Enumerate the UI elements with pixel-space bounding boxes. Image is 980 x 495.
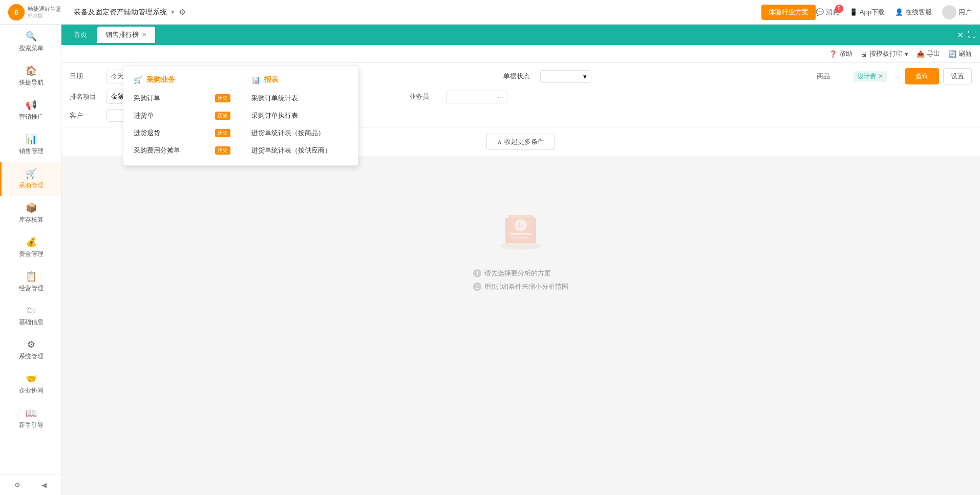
print-btn[interactable]: 🖨 按模板打印 ▾	[861, 49, 908, 58]
tab-close-window-icon[interactable]: ✕	[957, 30, 964, 40]
incoming-by-supplier-item[interactable]: 进货单统计表（按供应商）	[241, 142, 358, 159]
tab-close-icon[interactable]: ✕	[142, 31, 147, 38]
purchase-dropdown-menu: 🛒 采购业务 采购订单 历史 进货单 历史 进货退货 历史	[123, 66, 358, 166]
purchase-order-history-badge: 历史	[215, 94, 230, 102]
help-btn[interactable]: ❓ 帮助	[829, 49, 853, 58]
incoming-order-item[interactable]: 进货单 历史	[123, 107, 241, 124]
salesman-more-icon: ···	[497, 93, 503, 101]
collapse-button[interactable]: ∧ 收起更多条件	[486, 134, 555, 150]
action-buttons: 查询 设置	[905, 68, 972, 84]
rank-label: 排名项目	[70, 92, 100, 101]
empty-illustration: !	[490, 197, 551, 259]
setting-button[interactable]: 设置	[943, 68, 972, 84]
app-download-item[interactable]: 📱 App下载	[849, 8, 885, 17]
sidebar-item-quick-nav[interactable]: 🏠 快捷导航	[0, 59, 61, 93]
sidebar-item-inventory[interactable]: 📦 库存核算	[0, 196, 61, 230]
sidebar-collapse-icon[interactable]: ◀	[41, 481, 47, 489]
sidebar-item-search[interactable]: 🔍 搜索菜单	[0, 25, 61, 59]
inventory-icon: 📦	[26, 202, 37, 213]
tip-num-2: 2	[473, 283, 481, 291]
tab-sales-rank[interactable]: 销售排行榜 ✕	[97, 27, 155, 43]
system-icon: ⚙	[27, 339, 35, 350]
sidebar-item-basic[interactable]: 🗂 基础信息	[0, 299, 61, 333]
main-layout: 🔍 搜索菜单 🏠 快捷导航 📢 营销推广 📊 销售管理 🛒 采购管理 📦 库存核…	[0, 25, 980, 495]
svg-text:!: !	[518, 221, 520, 229]
notification-badge: 5	[835, 5, 843, 13]
tab-bar: 首页 销售排行榜 ✕ ✕ ⛶	[61, 25, 980, 45]
sidebar-settings-icon[interactable]: ⚙	[14, 481, 20, 489]
print-dropdown-icon: ▾	[905, 50, 908, 58]
notification-item[interactable]: 💬 消息 5	[816, 8, 839, 17]
goods-more-icon[interactable]: ···	[893, 73, 899, 80]
purchase-col: 🛒 采购业务 采购订单 历史 进货单 历史 进货退货 历史	[123, 66, 241, 165]
industry-button[interactable]: 体验行业方案	[761, 5, 816, 20]
doc-status-select[interactable]: ▾	[540, 70, 591, 83]
refresh-icon: 🔄	[948, 50, 956, 58]
svg-text:6: 6	[14, 8, 18, 16]
avatar	[942, 5, 956, 19]
sales-icon: 📊	[26, 134, 37, 145]
sidebar-item-marketing[interactable]: 📢 营销推广	[0, 93, 61, 127]
purchase-order-exec-item[interactable]: 采购订单执行表	[241, 107, 358, 124]
logo-icon: 6	[8, 4, 25, 20]
empty-tip-2: 2 用[过滤]条件来缩小分析范围	[473, 280, 568, 293]
home-icon: 🏠	[26, 65, 37, 76]
purchase-order-item[interactable]: 采购订单 历史	[123, 90, 241, 107]
operation-icon: 📋	[26, 271, 37, 282]
user-item[interactable]: 用户	[942, 5, 972, 19]
service-icon: 👤	[895, 8, 903, 16]
online-service-item[interactable]: 👤 在线客服	[895, 8, 932, 17]
query-button[interactable]: 查询	[905, 68, 939, 84]
salesman-label: 业务员	[409, 92, 440, 101]
sidebar-item-operation[interactable]: 📋 经营管理	[0, 265, 61, 299]
purchase-expense-history-badge: 历史	[215, 146, 230, 155]
settings-icon[interactable]: ⚙	[179, 7, 186, 17]
message-icon: 💬	[816, 8, 824, 16]
phone-icon: 📱	[849, 8, 858, 16]
finance-icon: 💰	[26, 236, 37, 248]
sidebar-item-system[interactable]: ⚙ 系统管理	[0, 333, 61, 367]
logo-area: 6 畅捷通好生意 标准版	[8, 4, 70, 20]
incoming-order-history-badge: 历史	[215, 112, 230, 120]
refresh-btn[interactable]: 🔄 刷新	[948, 49, 972, 58]
system-title-text: 装备及固定资产辅助管理系统	[74, 8, 167, 17]
logo-text: 畅捷通好生意 标准版	[28, 5, 61, 19]
svg-rect-7	[510, 233, 531, 235]
help-icon: ❓	[829, 50, 837, 58]
incoming-by-goods-item[interactable]: 进货单统计表（按商品）	[241, 124, 358, 142]
tab-fullscreen-icon[interactable]: ⛶	[968, 30, 976, 39]
report-col-header: 📊 报表	[241, 72, 358, 90]
salesman-select[interactable]: ···	[446, 91, 507, 103]
purchase-col-header: 🛒 采购业务	[123, 72, 241, 90]
search-icon: 🔍	[26, 31, 37, 42]
return-goods-item[interactable]: 进货退货 历史	[123, 124, 241, 142]
report-col-icon: 📊	[251, 76, 260, 84]
sidebar-item-finance[interactable]: 💰 资金管理	[0, 230, 61, 265]
export-btn[interactable]: 📤 导出	[917, 49, 940, 58]
sidebar-bottom: ⚙ ◀	[0, 475, 61, 495]
purchase-order-report-item[interactable]: 采购订单统计表	[241, 90, 358, 107]
doc-status-arrow: ▾	[583, 73, 587, 80]
empty-state: ! 1 请先选择要分析的方案 2 用[过滤]条件来缩小分析范围	[61, 156, 980, 334]
marketing-icon: 📢	[26, 99, 37, 111]
dropdown-arrow-icon[interactable]: ▾	[171, 8, 175, 16]
goods-tag: 设计费 ✕	[854, 71, 887, 82]
purchase-expense-item[interactable]: 采购费用分摊单 历史	[123, 142, 241, 159]
basic-icon: 🗂	[27, 305, 36, 316]
enterprise-icon: 🤝	[26, 373, 37, 384]
tab-home[interactable]: 首页	[66, 27, 95, 43]
return-goods-history-badge: 历史	[215, 129, 230, 137]
page-content: 🛒 采购业务 采购订单 历史 进货单 历史 进货退货 历史	[61, 45, 980, 495]
sidebar-item-enterprise[interactable]: 🤝 企业协同	[0, 367, 61, 401]
system-title: 装备及固定资产辅助管理系统 ▾ ⚙	[70, 7, 755, 17]
sidebar-item-purchase[interactable]: 🛒 采购管理	[0, 162, 61, 196]
goods-tag-close-icon[interactable]: ✕	[878, 73, 883, 80]
svg-point-5	[515, 219, 527, 231]
empty-tips: 1 请先选择要分析的方案 2 用[过滤]条件来缩小分析范围	[473, 267, 568, 293]
purchase-icon: 🛒	[26, 168, 37, 179]
top-header: 6 畅捷通好生意 标准版 装备及固定资产辅助管理系统 ▾ ⚙ 体验行业方案 💬 …	[0, 0, 980, 25]
sidebar-item-sales[interactable]: 📊 销售管理	[0, 127, 61, 162]
content-area: 首页 销售排行榜 ✕ ✕ ⛶ 🛒 采购业务	[61, 25, 980, 495]
goods-label: 商品	[817, 72, 847, 81]
sidebar-item-guide[interactable]: 📖 新手引导	[0, 401, 61, 436]
